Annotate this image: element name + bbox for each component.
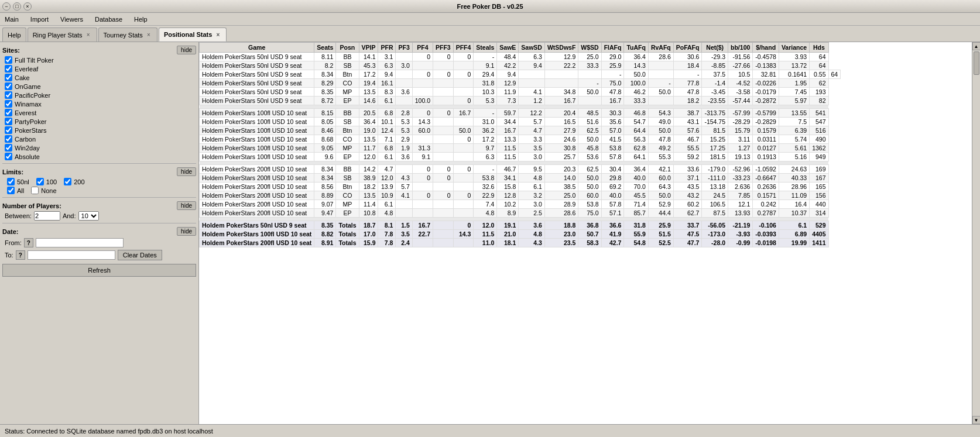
site-cake-label: Cake: [15, 74, 30, 81]
table-cell: 5.74: [779, 135, 809, 144]
scroll-thumb[interactable]: [974, 51, 979, 75]
refresh-button[interactable]: Refresh: [2, 264, 196, 277]
limit-none-checkbox[interactable]: [31, 187, 39, 194]
limit-100-checkbox[interactable]: [36, 178, 44, 185]
site-pacificpoker[interactable]: PacificPoker: [2, 91, 196, 99]
limit-200[interactable]: 200: [61, 177, 87, 186]
site-absolute-checkbox[interactable]: [5, 153, 12, 160]
limit-200-checkbox[interactable]: [64, 178, 71, 185]
table-cell: 9.1: [412, 153, 433, 161]
table-cell: 9.4: [497, 70, 519, 79]
table-cell: 0.0127: [753, 144, 779, 153]
and-max-select[interactable]: 10: [78, 211, 99, 221]
site-absolute[interactable]: Absolute: [2, 152, 196, 161]
tab-tourney-close-icon[interactable]: ×: [145, 32, 152, 39]
tab-ring-player-stats[interactable]: Ring Player Stats ×: [28, 27, 97, 42]
site-partypoker[interactable]: PartyPoker: [2, 117, 196, 126]
site-everest[interactable]: Everest: [2, 108, 196, 117]
site-ongame-checkbox[interactable]: [5, 82, 12, 90]
site-carbon[interactable]: Carbon: [2, 135, 196, 143]
table-cell: 13.5: [359, 88, 378, 97]
table-cell: 52.5: [648, 239, 673, 247]
limit-50nl[interactable]: 50nl: [5, 177, 32, 186]
table-cell: 5.7: [519, 118, 545, 126]
close-button[interactable]: ×: [23, 2, 32, 11]
restore-button[interactable]: □: [13, 2, 21, 11]
site-everest-checkbox[interactable]: [5, 109, 12, 116]
table-cell: -0.0226: [753, 79, 779, 88]
table-cell: -179.0: [702, 165, 728, 174]
site-cake-checkbox[interactable]: [5, 74, 12, 81]
table-cell: 64: [810, 61, 828, 70]
limit-200-label: 200: [74, 178, 84, 185]
table-cell: 1.2: [519, 97, 545, 105]
site-ongame[interactable]: OnGame: [2, 82, 196, 91]
scroll-track[interactable]: [973, 50, 980, 416]
titlebar-buttons[interactable]: − □ ×: [2, 2, 32, 11]
site-everleaf-checkbox[interactable]: [5, 65, 12, 73]
sites-hide-button[interactable]: hide: [177, 46, 196, 54]
site-winamax-checkbox[interactable]: [5, 100, 12, 108]
table-cell: Holdem PokerStars 100fl USD 10 seat: [200, 135, 314, 144]
tab-positional-stats[interactable]: Positional Stats ×: [159, 27, 227, 42]
table-cell: 13.55: [779, 109, 809, 118]
num-players-hide-button[interactable]: hide: [177, 201, 196, 210]
table-cell: 18.2: [673, 97, 702, 105]
table-cell: 4405: [810, 230, 828, 239]
table-cell: -0.4578: [753, 53, 779, 61]
to-help-icon[interactable]: ?: [16, 250, 25, 260]
site-absolute-label: Absolute: [15, 153, 40, 160]
site-pacificpoker-checkbox[interactable]: [5, 91, 12, 99]
menu-help[interactable]: Help: [132, 15, 150, 24]
table-cell: Totals: [336, 239, 359, 247]
site-pokerstars[interactable]: PokerStars: [2, 126, 196, 135]
limit-all[interactable]: All: [5, 186, 26, 195]
scroll-down-arrow[interactable]: ▼: [972, 416, 981, 424]
menu-database[interactable]: Database: [92, 15, 125, 24]
table-cell: 30.4: [601, 165, 624, 174]
limit-none[interactable]: None: [29, 186, 59, 195]
between-row: Between: And: 10: [2, 211, 196, 221]
menu-viewers[interactable]: Viewers: [58, 15, 85, 24]
tab-ring-close-icon[interactable]: ×: [85, 32, 92, 39]
site-carbon-checkbox[interactable]: [5, 135, 12, 143]
site-cake[interactable]: Cake: [2, 73, 196, 82]
menu-main[interactable]: Main: [2, 15, 21, 24]
menu-import[interactable]: Import: [28, 15, 51, 24]
table-cell: -3.93: [728, 230, 753, 239]
site-partypoker-checkbox[interactable]: [5, 118, 12, 125]
date-hide-button[interactable]: hide: [177, 227, 196, 236]
from-help-icon[interactable]: ?: [24, 238, 33, 247]
table-cell: 0: [433, 165, 454, 174]
to-date-input[interactable]: [28, 250, 115, 260]
tab-tourney-stats[interactable]: Tourney Stats ×: [98, 27, 157, 42]
vertical-scrollbar[interactable]: ▲ ▼: [972, 42, 980, 424]
limit-all-checkbox[interactable]: [7, 187, 15, 194]
limits-hide-button[interactable]: hide: [177, 167, 196, 176]
tab-help[interactable]: Help: [2, 27, 26, 42]
site-full-tilt-checkbox[interactable]: [5, 56, 12, 64]
site-full-tilt[interactable]: Full Tilt Poker: [2, 56, 196, 64]
site-everleaf[interactable]: Everleaf: [2, 64, 196, 73]
table-cell: 31.0: [474, 118, 497, 126]
site-full-tilt-label: Full Tilt Poker: [15, 57, 54, 64]
table-cell: 40.33: [779, 174, 809, 183]
from-date-input[interactable]: [36, 238, 124, 247]
table-cell: 9.7: [474, 144, 497, 153]
col-vpip: VPIP: [359, 43, 378, 53]
site-win2day[interactable]: Win2day: [2, 143, 196, 152]
limit-50nl-checkbox[interactable]: [7, 178, 15, 185]
between-min-input[interactable]: [34, 211, 60, 221]
site-pokerstars-checkbox[interactable]: [5, 126, 12, 134]
site-win2day-checkbox[interactable]: [5, 144, 12, 152]
site-winamax[interactable]: Winamax: [2, 99, 196, 108]
limit-100[interactable]: 100: [34, 177, 59, 186]
table-cell: 32.81: [753, 70, 779, 79]
minimize-button[interactable]: −: [2, 2, 11, 11]
tab-positional-close-icon[interactable]: ×: [214, 31, 221, 38]
clear-dates-button[interactable]: Clear Dates: [118, 250, 162, 260]
table-row: Holdem PokerStars 50nl USD 9 seat8.35MP1…: [200, 88, 841, 97]
site-winamax-label: Winamax: [15, 101, 42, 108]
scroll-up-arrow[interactable]: ▲: [972, 42, 981, 50]
status-text: Status: Connected to SQLite database nam…: [5, 428, 213, 435]
